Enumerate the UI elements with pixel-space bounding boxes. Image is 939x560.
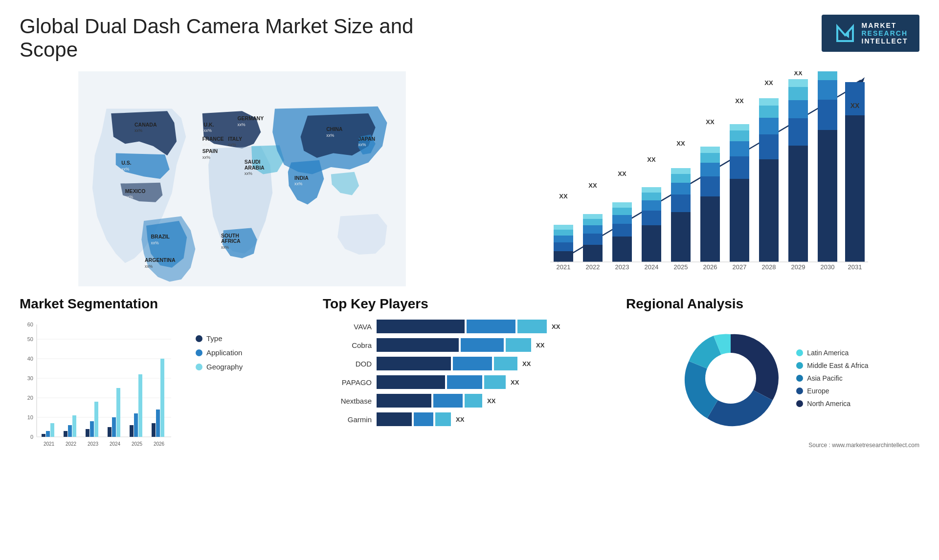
svg-rect-62 bbox=[642, 200, 661, 211]
bar-seg2 bbox=[414, 412, 433, 426]
svg-marker-0 bbox=[837, 26, 853, 41]
bar-seg1 bbox=[377, 375, 445, 389]
svg-point-151 bbox=[705, 353, 756, 404]
legend-type: Type bbox=[196, 334, 243, 343]
svg-rect-60 bbox=[642, 225, 661, 262]
svg-text:AFRICA: AFRICA bbox=[221, 238, 241, 244]
svg-rect-96 bbox=[788, 118, 808, 146]
legend-geo-label: Geography bbox=[206, 363, 243, 371]
svg-text:2028: 2028 bbox=[762, 263, 776, 271]
player-name-vava: VAVA bbox=[323, 323, 372, 331]
legend-latin-america: Latin America bbox=[796, 349, 868, 357]
svg-rect-76 bbox=[700, 163, 720, 176]
svg-text:U.S.: U.S. bbox=[121, 160, 132, 166]
svg-rect-42 bbox=[554, 230, 573, 236]
legend-middle-east: Middle East & Africa bbox=[796, 362, 868, 369]
svg-text:XX: XX bbox=[706, 118, 715, 126]
bar-seg1 bbox=[377, 338, 459, 352]
svg-text:2025: 2025 bbox=[132, 441, 143, 447]
svg-text:JAPAN: JAPAN bbox=[358, 136, 375, 142]
svg-rect-70 bbox=[671, 174, 691, 183]
bar-chart-container: XX 2021 XX 2022 XX 2023 bbox=[474, 71, 919, 286]
svg-text:xx%: xx% bbox=[204, 128, 212, 133]
svg-text:SAUDI: SAUDI bbox=[245, 159, 261, 165]
segmentation-title: Market Segmentation bbox=[20, 296, 313, 312]
svg-text:CHINA: CHINA bbox=[326, 126, 343, 132]
bar-seg2 bbox=[433, 394, 463, 408]
svg-text:xx%: xx% bbox=[125, 194, 134, 199]
player-row-cobra: Cobra XX bbox=[323, 338, 616, 352]
legend-geography: Geography bbox=[196, 363, 243, 371]
svg-rect-61 bbox=[642, 211, 661, 225]
svg-text:SOUTH: SOUTH bbox=[221, 233, 239, 238]
svg-text:XX: XX bbox=[764, 79, 773, 86]
svg-rect-89 bbox=[759, 134, 779, 159]
legend-app-dot bbox=[196, 349, 202, 356]
player-bar-garmin: XX bbox=[377, 412, 616, 426]
svg-rect-143 bbox=[130, 425, 134, 437]
player-xx-cobra: XX bbox=[536, 342, 544, 349]
player-name-nextbase: Nextbase bbox=[323, 397, 372, 405]
svg-rect-64 bbox=[642, 187, 661, 193]
svg-rect-133 bbox=[72, 415, 76, 437]
svg-rect-84 bbox=[730, 130, 749, 141]
svg-rect-141 bbox=[116, 388, 120, 437]
label-na: North America bbox=[807, 400, 850, 408]
svg-rect-78 bbox=[700, 147, 720, 153]
bar-seg1 bbox=[377, 357, 451, 370]
player-row-dod: DOD XX bbox=[323, 357, 616, 370]
svg-rect-49 bbox=[583, 219, 603, 225]
svg-rect-95 bbox=[788, 146, 808, 262]
svg-rect-50 bbox=[583, 214, 603, 219]
bar-seg1 bbox=[377, 394, 431, 408]
donut-chart bbox=[677, 324, 784, 432]
player-xx-vava: XX bbox=[552, 323, 560, 330]
svg-text:XX: XX bbox=[647, 156, 656, 163]
player-bar-vava: XX bbox=[377, 320, 616, 333]
players-list: VAVA XX Cobra XX bbox=[323, 320, 616, 426]
svg-rect-54 bbox=[612, 224, 632, 237]
dot-europe bbox=[796, 388, 803, 394]
svg-text:2021: 2021 bbox=[44, 441, 55, 447]
bar-seg2 bbox=[447, 375, 482, 389]
logo: MARKET RESEARCH INTELLECT bbox=[822, 15, 919, 52]
svg-rect-55 bbox=[612, 215, 632, 224]
svg-rect-48 bbox=[583, 225, 603, 234]
svg-rect-83 bbox=[730, 141, 749, 156]
dot-na bbox=[796, 400, 803, 407]
world-map-section: CANADA xx% U.S. xx% MEXICO xx% BRAZIL xx… bbox=[20, 71, 465, 286]
svg-rect-75 bbox=[700, 176, 720, 196]
svg-text:ARGENTINA: ARGENTINA bbox=[145, 257, 176, 263]
svg-text:2021: 2021 bbox=[557, 263, 571, 271]
legend-app-label: Application bbox=[206, 348, 242, 357]
svg-text:2023: 2023 bbox=[615, 263, 629, 271]
legend-type-dot bbox=[196, 335, 202, 342]
svg-text:FRANCE: FRANCE bbox=[202, 136, 224, 142]
svg-rect-56 bbox=[612, 208, 632, 215]
bar-seg2 bbox=[453, 357, 492, 370]
world-map-svg: CANADA xx% U.S. xx% MEXICO xx% BRAZIL xx… bbox=[20, 71, 465, 286]
svg-text:XX: XX bbox=[850, 102, 860, 109]
svg-rect-43 bbox=[554, 225, 573, 230]
bar-seg3 bbox=[484, 375, 506, 389]
bar-seg1 bbox=[377, 320, 465, 333]
bar-seg1 bbox=[377, 412, 412, 426]
svg-text:XX: XX bbox=[676, 140, 685, 147]
bar-seg3 bbox=[517, 320, 547, 333]
bar-seg3 bbox=[435, 412, 451, 426]
svg-text:2024: 2024 bbox=[110, 441, 121, 447]
bar-chart-svg: XX 2021 XX 2022 XX 2023 bbox=[479, 71, 919, 286]
svg-rect-139 bbox=[108, 427, 112, 437]
bar-seg3 bbox=[494, 357, 517, 370]
svg-rect-105 bbox=[818, 71, 837, 80]
svg-rect-71 bbox=[671, 168, 691, 174]
svg-rect-53 bbox=[612, 237, 632, 262]
logo-line2: RESEARCH bbox=[862, 29, 908, 37]
svg-rect-129 bbox=[50, 423, 54, 437]
svg-text:2030: 2030 bbox=[821, 263, 835, 271]
svg-text:xx%: xx% bbox=[221, 245, 229, 250]
svg-text:xx%: xx% bbox=[245, 171, 253, 176]
svg-rect-99 bbox=[788, 79, 808, 87]
svg-text:BRAZIL: BRAZIL bbox=[151, 234, 170, 239]
svg-rect-145 bbox=[138, 374, 142, 437]
